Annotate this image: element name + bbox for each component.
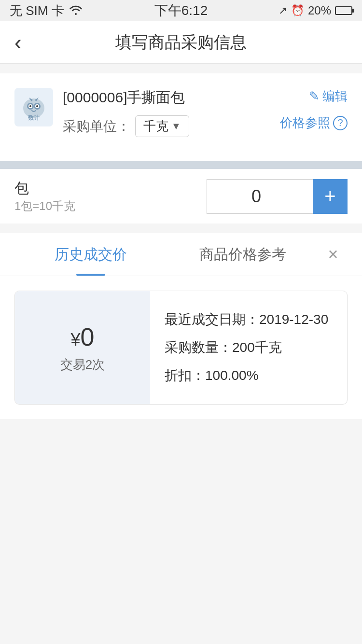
recent-date-value: 2019-12-30: [259, 312, 328, 327]
tab-product-price-ref[interactable]: 商品价格参考: [167, 233, 319, 276]
unit-arrow-icon: ▼: [171, 121, 181, 132]
product-name: [0000006]手撕面包: [63, 88, 189, 108]
wifi-icon: [69, 3, 83, 18]
product-thumbnail: 数计: [14, 88, 53, 126]
product-unit-row: 采购单位： 千克 ▼: [63, 115, 189, 137]
quantity-section: 包 1包=10千克 +: [0, 169, 362, 224]
bottom-area: [0, 419, 362, 644]
page-title: 填写商品采购信息: [115, 31, 247, 54]
status-bar: 无 SIM 卡 下午6:12 ↗ ⏰ 20%: [0, 0, 362, 21]
svg-text:数计: 数计: [28, 114, 40, 121]
quantity-unit-label: 包: [14, 179, 75, 198]
quantity-label-group: 包 1包=10千克: [14, 179, 75, 214]
section-divider: [0, 161, 362, 169]
product-info-left: 数计 [0000006]手撕面包 采购单位： 千克 ▼: [14, 88, 189, 137]
unit-label: 采购单位：: [63, 117, 130, 136]
svg-point-6: [36, 105, 38, 107]
product-details: [0000006]手撕面包 采购单位： 千克 ▼: [63, 88, 189, 137]
location-icon: ↗: [278, 4, 287, 17]
status-right: ↗ ⏰ 20%: [278, 4, 352, 17]
recent-date-label: 最近成交日期：: [165, 312, 259, 327]
tabs-section: 历史成交价 商品价格参考 × ¥0 交易2次 最近成交日期：2019-12-30…: [0, 233, 362, 419]
purchase-qty-item: 采购数量：200千克: [165, 338, 333, 357]
product-header: 数计 [0000006]手撕面包 采购单位： 千克 ▼ ✎ 编辑: [14, 88, 348, 137]
discount-item: 折扣：100.00%: [165, 366, 333, 385]
unit-select[interactable]: 千克 ▼: [135, 115, 189, 137]
price-currency: ¥: [71, 330, 81, 350]
alarm-icon: ⏰: [291, 4, 304, 17]
discount-label: 折扣：: [165, 368, 205, 383]
card-container: ¥0 交易2次 最近成交日期：2019-12-30 采购数量：200千克 折扣：…: [0, 276, 362, 419]
status-time: 下午6:12: [154, 1, 208, 20]
unit-value: 千克: [143, 118, 168, 135]
tab-history-price-label: 历史成交价: [55, 245, 127, 265]
back-button[interactable]: ‹: [14, 30, 43, 55]
battery-icon: [335, 6, 352, 15]
price-ref-help-icon: ?: [333, 116, 348, 130]
transaction-count: 交易2次: [60, 356, 105, 373]
no-sim-text: 无 SIM 卡: [10, 2, 64, 19]
tab-product-price-ref-label: 商品价格参考: [199, 245, 286, 265]
card-left: ¥0 交易2次: [15, 291, 150, 404]
product-right-col: ✎ 编辑 价格参照 ?: [280, 88, 348, 131]
quantity-input-group: +: [207, 179, 348, 214]
quantity-plus-button[interactable]: +: [313, 179, 348, 214]
status-left: 无 SIM 卡: [10, 2, 83, 19]
nav-bar: ‹ 填写商品采购信息: [0, 21, 362, 64]
battery-percent: 20%: [308, 4, 331, 17]
edit-label: 编辑: [322, 88, 348, 105]
purchase-qty-label: 采购数量：: [165, 340, 232, 355]
product-logo-icon: 数计: [19, 93, 48, 122]
price-ref-button[interactable]: 价格参照 ?: [280, 114, 348, 131]
quantity-conversion-label: 1包=10千克: [14, 198, 75, 214]
recent-date-item: 最近成交日期：2019-12-30: [165, 310, 333, 329]
price-amount: 0: [81, 323, 95, 351]
price-card: ¥0 交易2次 最近成交日期：2019-12-30 采购数量：200千克 折扣：…: [14, 291, 348, 405]
edit-icon: ✎: [309, 89, 320, 104]
tab-close-button[interactable]: ×: [319, 233, 348, 276]
quantity-input[interactable]: [207, 179, 313, 214]
discount-value: 100.00%: [205, 368, 259, 383]
purchase-qty-value: 200千克: [232, 340, 282, 355]
price-display: ¥0: [71, 322, 95, 351]
tabs-header: 历史成交价 商品价格参考 ×: [0, 233, 362, 276]
product-section: 数计 [0000006]手撕面包 采购单位： 千克 ▼ ✎ 编辑: [0, 73, 362, 161]
card-right: 最近成交日期：2019-12-30 采购数量：200千克 折扣：100.00%: [150, 291, 347, 404]
svg-point-5: [29, 105, 31, 107]
tab-history-price[interactable]: 历史成交价: [14, 233, 167, 276]
price-ref-label: 价格参照: [280, 114, 330, 131]
edit-button[interactable]: ✎ 编辑: [309, 88, 348, 105]
